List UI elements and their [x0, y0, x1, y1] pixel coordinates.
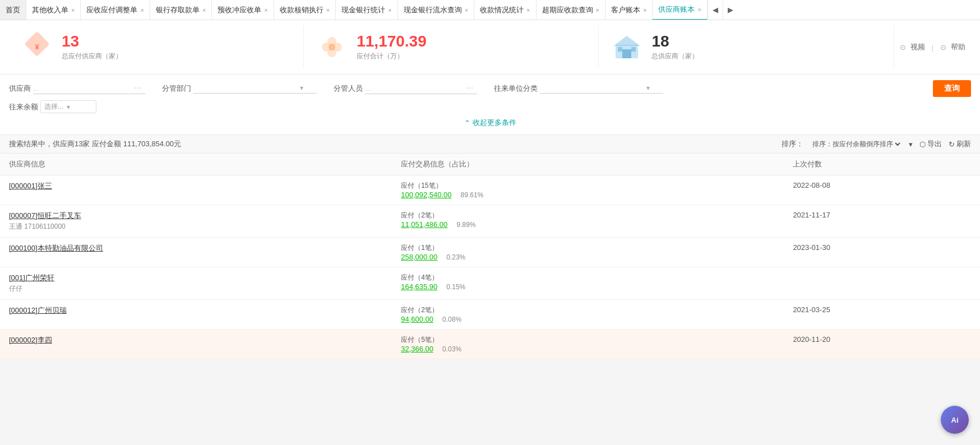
nav-tab-overdue-collect[interactable]: 超期应收款查询 × [537, 0, 605, 20]
last-pay-date-5: 2021-03-25 [793, 305, 830, 314]
dept-input[interactable] [193, 84, 300, 92]
nav-tab-advance-collect[interactable]: 预收冲应收单 × [212, 0, 274, 20]
summary-card-ap-total: 11,170.39 应付合计（万） [304, 26, 599, 68]
refresh-icon: ↻ [949, 140, 955, 149]
dept-input-wrapper [193, 84, 317, 94]
tx-cell-4: 应付（4笔） 164,635.90 0.15% [392, 267, 784, 300]
filter-row-2: 往来余额 选择... [9, 100, 971, 113]
supplier-link-6[interactable]: [000002]李四 [9, 336, 52, 344]
nav-tab-home-label: 首页 [6, 5, 20, 15]
amount-link-3[interactable]: 258,000.00 [401, 253, 437, 261]
ap-total-number: 11,170.39 [357, 34, 587, 49]
balance-filter: 往来余额 选择... [9, 100, 96, 113]
last-pay-cell-1: 2022-08-08 [784, 175, 980, 205]
supplier-link-2[interactable]: [000007]恒旺二手叉车 [9, 211, 81, 220]
amount-link-4[interactable]: 164,635.90 [401, 282, 437, 291]
nav-next-btn[interactable]: ▶ [723, 0, 738, 20]
collapse-btn-wrapper: ⌃ 收起更多条件 [9, 113, 971, 130]
nav-tab-supplier-account-close[interactable]: × [697, 6, 701, 13]
nav-tab-advance-collect-label: 预收冲应收单 [218, 5, 261, 15]
nav-tab-collect-stat[interactable]: 收款情况统计 × [474, 0, 536, 20]
amount-link-2[interactable]: 11,051,486.00 [401, 220, 447, 229]
last-pay-date-3: 2023-01-30 [793, 243, 830, 252]
tx-label-1: 应付（15笔） [401, 181, 775, 191]
video-link[interactable]: 视频 [910, 42, 925, 52]
nav-tab-advance-collect-close[interactable]: × [264, 7, 267, 13]
nav-tab-other-income-close[interactable]: × [71, 7, 75, 13]
th-last-pay: 上次付数 [784, 154, 980, 175]
refresh-label: 刷新 [956, 139, 971, 149]
percent-5: 0.08% [442, 316, 461, 323]
filter-row-1: 供应商 ··· 分管部门 分管人员 ··· 往来单位分类 [9, 80, 971, 97]
nav-tab-collect-check[interactable]: 收款核销执行 × [274, 0, 336, 20]
amount-link-1[interactable]: 100,092,540.00 [401, 191, 451, 199]
export-button[interactable]: ⬡ 导出 [919, 139, 942, 149]
nav-tab-customer-account-close[interactable]: × [643, 7, 646, 13]
svg-marker-8 [613, 36, 640, 46]
nav-tab-cash-bank-flow[interactable]: 现金银行流水查询 × [398, 0, 474, 20]
amount-link-5[interactable]: 94,600.00 [401, 315, 433, 323]
category-chevron-icon[interactable] [646, 84, 650, 92]
summary-card-total-suppliers: 18 总供应商（家） [599, 26, 894, 68]
nav-tab-bank-deposit-close[interactable]: × [202, 7, 206, 13]
nav-tab-customer-account[interactable]: 客户账本 × [605, 0, 653, 20]
person-input-wrapper: ··· [365, 83, 477, 94]
refresh-button[interactable]: ↻ 刷新 [949, 139, 971, 149]
nav-tab-cash-bank-stat-close[interactable]: × [388, 7, 391, 13]
balance-select-value: 选择... [44, 102, 63, 112]
svg-point-6 [329, 44, 335, 50]
person-input[interactable] [365, 84, 466, 92]
th-ap-tx: 应付交易信息（占比） [392, 154, 784, 175]
ap-suppliers-label: 总应付供应商（家） [62, 52, 292, 61]
table-body: [000001]张三 应付（15笔） 100,092,540.00 89.61%… [0, 175, 980, 359]
table-row: [000100]本特勤油品有限公司 应付（1笔） 258,000.00 0.23… [0, 238, 980, 267]
tx-cell-1: 应付（15笔） 100,092,540.00 89.61% [392, 175, 784, 205]
supplier-input[interactable] [33, 84, 134, 92]
nav-tab-supplier-account-label: 供应商账本 [658, 4, 695, 15]
supplier-cell-6: [000002]李四 [0, 330, 392, 359]
sort-label: 排序： [782, 139, 803, 149]
nav-tab-ap-adjust-label: 应收应付调整单 [86, 5, 137, 15]
svg-rect-11 [631, 47, 636, 52]
nav-tab-collect-check-close[interactable]: × [326, 7, 330, 13]
card-ap-suppliers-text: 13 总应付供应商（家） [62, 34, 292, 61]
query-button[interactable]: 查询 [933, 80, 971, 97]
last-pay-cell-4 [784, 267, 980, 300]
nav-tab-ap-adjust[interactable]: 应收应付调整单 × [81, 0, 150, 20]
supplier-dots-icon[interactable]: ··· [134, 83, 141, 93]
table-row: [000001]张三 应付（15笔） 100,092,540.00 89.61%… [0, 175, 980, 205]
nav-tab-other-income[interactable]: 其他收入单 × [26, 0, 81, 20]
nav-tab-overdue-collect-close[interactable]: × [596, 7, 599, 13]
amount-link-6[interactable]: 32,366.00 [401, 345, 433, 353]
nav-prev-btn[interactable]: ◀ [708, 0, 723, 20]
supplier-sub-4: 仔仔 [9, 284, 383, 294]
sort-select[interactable]: 排序：按应付余额倒序排序 [810, 140, 902, 149]
nav-tab-bank-deposit[interactable]: 银行存取款单 × [150, 0, 212, 20]
tx-label-5: 应付（2笔） [401, 305, 775, 315]
nav-tab-cash-bank-stat-label: 现金银行统计 [341, 5, 385, 15]
tx-label-4: 应付（4笔） [401, 273, 775, 282]
nav-tab-supplier-account[interactable]: 供应商账本 × [653, 0, 707, 20]
nav-tab-customer-account-label: 客户账本 [611, 5, 640, 15]
supplier-link-5[interactable]: [000012]广州贝瑞 [9, 306, 67, 314]
supplier-link-4[interactable]: [001]广州荣轩 [9, 274, 54, 282]
nav-tab-collect-stat-close[interactable]: × [526, 7, 530, 13]
nav-tab-ap-adjust-close[interactable]: × [140, 7, 144, 13]
category-input[interactable] [540, 84, 646, 92]
nav-tab-cash-bank-stat[interactable]: 现金银行统计 × [336, 0, 397, 20]
top-nav: 首页 其他收入单 × 应收应付调整单 × 银行存取款单 × 预收冲应收单 × 收… [0, 0, 980, 20]
balance-select-wrapper[interactable]: 选择... [40, 100, 96, 113]
supplier-link-1[interactable]: [000001]张三 [9, 182, 52, 190]
store-icon [610, 30, 644, 64]
person-dots-icon[interactable]: ··· [466, 83, 473, 93]
supplier-filter-label: 供应商 [9, 84, 31, 94]
nav-tab-home[interactable]: 首页 [0, 0, 26, 20]
collapse-button[interactable]: ⌃ 收起更多条件 [9, 118, 971, 128]
help-link[interactable]: 帮助 [951, 42, 965, 52]
results-summary-text: 搜索结果中，供应商13家 应付金额 111,703,854.00元 [9, 139, 181, 149]
last-pay-cell-5: 2021-03-25 [784, 300, 980, 330]
nav-tab-cash-bank-flow-close[interactable]: × [465, 7, 468, 13]
dept-chevron-icon[interactable] [300, 84, 303, 92]
supplier-link-3[interactable]: [000100]本特勤油品有限公司 [9, 244, 103, 252]
percent-3: 0.23% [446, 253, 465, 261]
